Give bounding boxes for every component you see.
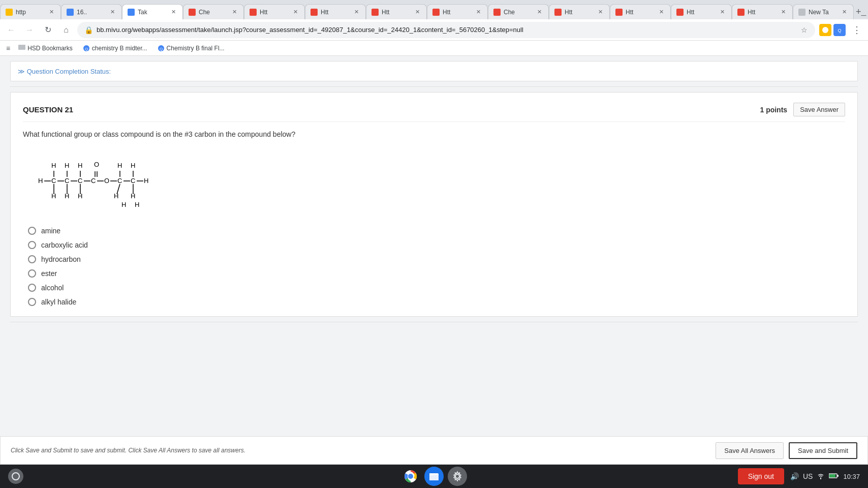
svg-text:H: H [135, 201, 139, 208]
answer-option-amine[interactable]: amine [28, 227, 845, 235]
tab-7[interactable]: Htt ✕ [366, 4, 427, 19]
radio-carboxylic[interactable] [28, 241, 36, 249]
tab-1[interactable]: http ✕ [0, 4, 61, 19]
tab-10[interactable]: Htt ✕ [549, 4, 610, 19]
forward-button[interactable]: → [22, 23, 37, 37]
tab-title-5: Htt [260, 9, 288, 16]
tab-bar: http ✕ 16.. ✕ Tak ✕ Che ✕ Htt ✕ Htt ✕ [0, 0, 868, 19]
question-text: What functional group or class compound … [23, 130, 845, 138]
tab-title-8: Htt [443, 9, 471, 16]
taskbar-center [401, 467, 467, 486]
radio-alcohol[interactable] [28, 284, 36, 292]
answer-label-amine: amine [41, 227, 60, 235]
svg-text:H: H [78, 162, 82, 169]
taskbar: Sign out 🔊 US 10:37 [0, 465, 868, 488]
home-button[interactable]: ⌂ [59, 23, 73, 37]
tab-2[interactable]: 16.. ✕ [61, 4, 122, 19]
tab-title-11: Htt [626, 9, 654, 16]
answer-option-ester[interactable]: ester [28, 269, 845, 278]
tab-title-3: Tak [138, 9, 166, 16]
tab-close-12[interactable]: ✕ [718, 8, 726, 16]
tab-close-3[interactable]: ✕ [169, 8, 177, 16]
taskbar-settings[interactable] [448, 467, 467, 486]
volume-icon[interactable]: 🔊 [790, 472, 799, 480]
taskbar-files[interactable] [424, 467, 444, 486]
tab-14[interactable]: New Ta ✕ [793, 4, 854, 19]
tab-close-9[interactable]: ✕ [535, 8, 543, 16]
tab-close-10[interactable]: ✕ [596, 8, 604, 16]
launcher-icon [12, 472, 20, 480]
tab-close-13[interactable]: ✕ [779, 8, 787, 16]
wifi-signal-icon [817, 472, 825, 480]
clock-display: 10:37 [843, 473, 860, 480]
tab-close-5[interactable]: ✕ [291, 8, 299, 16]
bookmark-hsd-label: HSD Bookmarks [27, 45, 73, 52]
answer-option-hydrocarbon[interactable]: hydrocarbon [28, 255, 845, 263]
bookmark-hsd-icon [18, 45, 25, 52]
tab-5[interactable]: Htt ✕ [244, 4, 305, 19]
svg-rect-59 [829, 474, 835, 477]
ext-icon-2[interactable]: Q [833, 24, 846, 36]
tab-9[interactable]: Che ✕ [488, 4, 549, 19]
tab-close-6[interactable]: ✕ [352, 8, 360, 16]
new-tab-button[interactable]: + [856, 4, 861, 19]
chemical-structure: H C C C C O [33, 148, 845, 215]
radio-alkyl-halide[interactable] [28, 298, 36, 306]
tab-8[interactable]: Htt ✕ [427, 4, 488, 19]
svg-text:C: C [78, 177, 82, 185]
svg-rect-3 [18, 45, 25, 50]
radio-ester[interactable] [28, 269, 36, 278]
minimize-button[interactable]: ─ [861, 11, 866, 19]
tab-close-4[interactable]: ✕ [230, 8, 238, 16]
ext-icon-1[interactable] [819, 24, 831, 36]
launcher-button[interactable] [8, 469, 23, 484]
svg-text:C: C [91, 177, 96, 185]
question-meta: 1 points Save Answer [760, 103, 845, 116]
tab-close-14[interactable]: ✕ [840, 8, 848, 16]
tab-title-7: Htt [382, 9, 410, 16]
tab-12[interactable]: Htt ✕ [671, 4, 732, 19]
bookmark-star-icon[interactable]: ☆ [799, 25, 809, 35]
answer-option-carboxylic[interactable]: carboxylic acid [28, 241, 845, 249]
browser-menu-button[interactable]: ⋮ [850, 23, 864, 37]
back-button[interactable]: ← [4, 23, 18, 37]
url-bar[interactable]: 🔒 bb.mivu.org/webapps/assessment/take/la… [77, 22, 815, 38]
tab-11[interactable]: Htt ✕ [610, 4, 671, 19]
tab-favicon-14 [798, 9, 805, 16]
tab-3[interactable]: Tak ✕ [122, 4, 183, 19]
question-header: QUESTION 21 1 points Save Answer [23, 103, 845, 122]
tab-favicon-5 [250, 9, 257, 16]
sign-out-button[interactable]: Sign out [738, 468, 784, 484]
radio-amine[interactable] [28, 227, 36, 235]
page-content: Question Completion Status: QUESTION 21 … [0, 56, 868, 465]
network-icon[interactable]: US [803, 472, 813, 480]
answer-option-alcohol[interactable]: alcohol [28, 284, 845, 292]
save-answer-button[interactable]: Save Answer [793, 103, 845, 116]
tab-4[interactable]: Che ✕ [183, 4, 244, 19]
tab-close-8[interactable]: ✕ [474, 8, 482, 16]
bookmark-chemistry-b[interactable]: Q chemistry B midter... [79, 43, 151, 53]
reload-button[interactable]: ↻ [41, 23, 55, 37]
taskbar-chrome[interactable] [401, 467, 420, 486]
tab-close-2[interactable]: ✕ [108, 8, 116, 16]
bottom-separator [10, 322, 858, 322]
tab-13[interactable]: Htt ✕ [732, 4, 793, 19]
radio-hydrocarbon[interactable] [28, 255, 36, 263]
svg-point-52 [408, 474, 413, 479]
url-actions: ☆ [799, 25, 809, 35]
footer-instruction: Click Save and Submit to save and submit… [11, 447, 245, 454]
tab-close-7[interactable]: ✕ [413, 8, 421, 16]
bookmark-chemistry-final[interactable]: Q Chemistry B final Fl... [153, 43, 229, 53]
answer-option-alkyl-halide[interactable]: alkyl halide [28, 298, 845, 306]
tab-close-11[interactable]: ✕ [657, 8, 665, 16]
tab-close-1[interactable]: ✕ [47, 8, 55, 16]
tab-6[interactable]: Htt ✕ [305, 4, 366, 19]
tab-title-10: Htt [565, 9, 593, 16]
save-all-answers-button[interactable]: Save All Answers [716, 442, 784, 459]
tab-favicon-8 [432, 9, 440, 16]
bookmark-hsd[interactable]: HSD Bookmarks [14, 43, 77, 53]
completion-status-link[interactable]: Question Completion Status: [18, 68, 111, 75]
save-and-submit-button[interactable]: Save and Submit [789, 442, 857, 459]
bookmarks-toggle[interactable]: ≡ [4, 43, 12, 53]
points-label: 1 points [760, 106, 787, 114]
